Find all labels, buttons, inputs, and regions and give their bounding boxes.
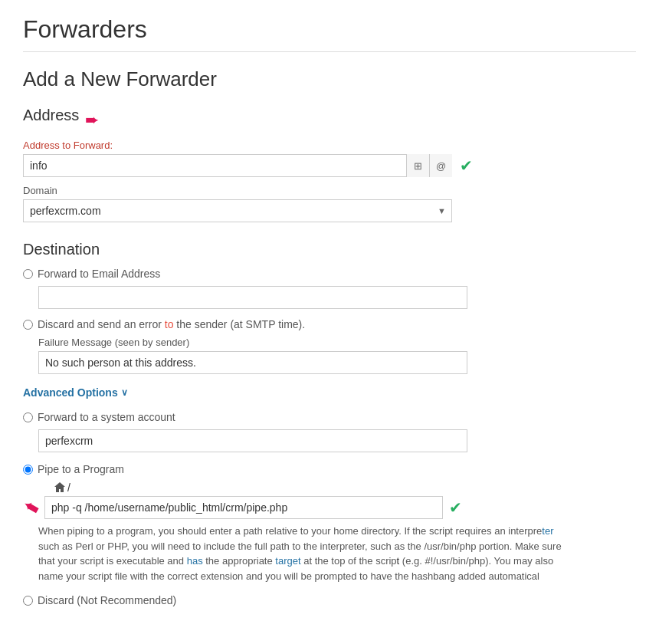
home-icon [54, 481, 66, 494]
pipe-input-wrapper [44, 496, 443, 519]
address-input-wrapper: ⊞ @ [23, 154, 452, 177]
address-arrow-icon: ➨ [85, 110, 99, 130]
pipe-home-icon-row: / [54, 481, 636, 494]
forward-email-input[interactable] [38, 286, 467, 309]
advanced-options-section: Advanced Options ∨ Forward to a system a… [23, 386, 636, 606]
discard-error-label: Discard and send an error to the sender … [38, 318, 305, 330]
domain-label: Domain [23, 185, 636, 196]
advanced-options-label: Advanced Options [23, 386, 118, 399]
forward-email-input-wrapper [38, 286, 467, 309]
discard-nr-label: Discard (Not Recommended) [38, 594, 176, 606]
domain-select-wrapper: perfexcrm.com [23, 199, 452, 222]
page-title: Forwarders [23, 15, 636, 52]
at-icon[interactable]: @ [429, 154, 452, 177]
advanced-options-chevron: ∨ [121, 387, 128, 398]
destination-section: Destination Forward to Email Address Dis… [23, 241, 636, 374]
failure-message-label: Failure Message (seen by sender) [38, 337, 636, 348]
pipe-slash: / [67, 481, 70, 494]
system-account-row: Forward to a system account [23, 411, 636, 423]
add-forwarder-title: Add a New Forwarder [23, 67, 636, 91]
address-section: Address ➨ Address to Forward: ⊞ @ ✔ Doma… [23, 107, 636, 222]
pipe-program-input[interactable] [44, 496, 443, 519]
pipe-valid-icon: ✔ [449, 498, 462, 517]
bookmark-icon[interactable]: ⊞ [406, 154, 429, 177]
discard-error-radio[interactable] [23, 320, 33, 330]
advanced-options-toggle[interactable]: Advanced Options ∨ [23, 386, 636, 399]
forward-email-radio[interactable] [23, 269, 33, 279]
pipe-program-row: Pipe to a Program [23, 463, 636, 475]
pipe-program-radio[interactable] [23, 465, 33, 475]
system-account-input-wrapper [38, 429, 467, 452]
address-valid-icon: ✔ [460, 156, 473, 175]
pipe-arrow-icon: ➨ [18, 493, 45, 522]
domain-select[interactable]: perfexcrm.com [23, 199, 452, 222]
forward-email-row: Forward to Email Address [23, 268, 636, 280]
discard-nr-row: Discard (Not Recommended) [23, 594, 636, 606]
failure-message-input[interactable] [38, 351, 467, 374]
pipe-row-container: / ➨ ✔ When piping to a program, you shou… [23, 481, 636, 583]
system-account-input[interactable] [38, 429, 467, 452]
forward-email-label: Forward to Email Address [38, 268, 160, 280]
discard-error-row: Discard and send an error to the sender … [23, 318, 636, 330]
destination-section-title: Destination [23, 241, 636, 258]
pipe-program-label: Pipe to a Program [38, 463, 124, 475]
failure-message-wrapper [38, 351, 467, 374]
system-account-radio[interactable] [23, 412, 33, 422]
address-section-title: Address [23, 107, 79, 124]
system-account-label: Forward to a system account [38, 411, 175, 423]
discard-nr-radio[interactable] [23, 596, 33, 606]
address-to-forward-input[interactable] [23, 154, 452, 177]
address-field-label: Address to Forward: [23, 140, 636, 151]
pipe-description: When piping to a program, you should ent… [38, 524, 575, 583]
